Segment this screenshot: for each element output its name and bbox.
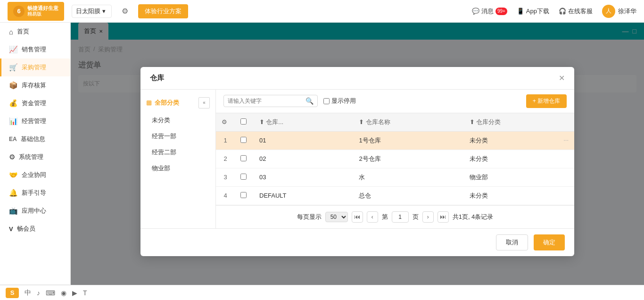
category-item-ops2[interactable]: 经营二部 — [140, 144, 215, 160]
user-menu[interactable]: 人 徐泽华 — [602, 5, 636, 18]
taskbar-text-icon[interactable]: T — [83, 289, 87, 297]
search-icon[interactable]: 🔍 — [305, 97, 314, 105]
app-name: 畅捷通好生意 — [27, 5, 58, 11]
page-unit: 页 — [413, 213, 419, 221]
app-download-button[interactable]: 📱 App下载 — [517, 7, 549, 16]
sidebar-item-inventory[interactable]: 📦 库存核算 — [0, 76, 70, 94]
show-disabled-checkbox[interactable]: 显示停用 — [323, 97, 356, 105]
first-page-button[interactable]: ⏮ — [352, 211, 363, 223]
taskbar-record-icon[interactable]: ◉ — [61, 289, 66, 297]
sidebar-label-guide: 新手引导 — [22, 189, 46, 197]
add-warehouse-button[interactable]: + 新增仓库 — [526, 94, 567, 108]
sidebar-label-home: 首页 — [17, 27, 29, 36]
message-button[interactable]: 💬 消息 99+ — [472, 7, 507, 16]
table-row[interactable]: 3 03 水 物业部 — [216, 168, 574, 186]
warehouse-panel: 🔍 显示停用 + 新增仓库 — [216, 90, 574, 228]
modal-title: 仓库 — [150, 74, 559, 83]
table-row[interactable]: 1 01 1号仓库 未分类 ··· — [216, 131, 574, 150]
sidebar-item-guide[interactable]: 🔔 新手引导 — [0, 184, 70, 202]
gear-icon: ⚙ — [222, 118, 227, 125]
next-page-button[interactable]: › — [422, 211, 434, 223]
row-code-3: 03 — [254, 168, 353, 186]
sidebar-label-inventory: 库存核算 — [22, 81, 46, 90]
sidebar-item-finance[interactable]: 💰 资金管理 — [0, 94, 70, 112]
company-name: 日太阳膜 — [76, 7, 100, 16]
category-panel: ⊞ 全部分类 « 未分类 经营一部 经营二部 — [140, 90, 216, 228]
warehouse-modal: 仓库 ✕ ⊞ 全部分类 « 未分类 — [140, 67, 574, 256]
row-checkbox-2[interactable] — [240, 155, 247, 161]
table-row[interactable]: 4 DEFAULT 总仓 未分类 — [216, 186, 574, 205]
guide-icon: 🔔 — [9, 189, 18, 197]
settings-icon[interactable]: ⚙ — [117, 4, 132, 19]
show-disabled-label: 显示停用 — [331, 97, 356, 105]
sidebar-item-basics[interactable]: EA 基础信息 — [0, 130, 70, 148]
purchase-icon: 🛒 — [9, 63, 18, 72]
sales-icon: 📈 — [9, 45, 18, 54]
main-content: 首页 ✕ — □ 首页 / 采购管理 进货单 按以下 — [71, 23, 644, 300]
category-collapse-btn[interactable]: « — [198, 97, 210, 108]
modal-overlay: 仓库 ✕ ⊞ 全部分类 « 未分类 — [71, 23, 644, 300]
taskbar-keyboard-icon[interactable]: ⌨ — [46, 289, 55, 297]
finance-icon: 💰 — [9, 99, 18, 108]
cancel-button[interactable]: 取消 — [496, 234, 528, 250]
warehouse-table: ⚙ ⬆ 仓库... — [216, 113, 574, 205]
sidebar-label-member: 畅会员 — [17, 225, 35, 233]
category-all[interactable]: ⊞ 全部分类 « — [140, 93, 215, 112]
sidebar-label-finance: 资金管理 — [22, 99, 46, 108]
online-service-button[interactable]: 🎧 在线客服 — [559, 7, 593, 16]
total-info: 共1页, 4条记录 — [453, 213, 494, 221]
sidebar-item-system[interactable]: ⚙ 系统管理 — [0, 148, 70, 166]
prev-page-button[interactable]: ‹ — [367, 211, 378, 223]
confirm-button[interactable]: 确定 — [534, 234, 565, 250]
sidebar-label-system: 系统管理 — [19, 153, 43, 161]
table-row[interactable]: 2 02 2号仓库 未分类 — [216, 150, 574, 168]
grid-icon: ⊞ — [146, 99, 152, 107]
row-checkbox-1[interactable] — [240, 137, 247, 143]
sidebar-item-home[interactable]: ⌂ 首页 — [0, 23, 70, 41]
sidebar-label-sales: 销售管理 — [22, 45, 46, 54]
sidebar-item-operations[interactable]: 📊 经营管理 — [0, 112, 70, 130]
row-name-1: 1号仓库 — [353, 131, 463, 150]
th-checkbox — [235, 113, 254, 132]
per-page-select[interactable]: 50 — [325, 212, 348, 222]
row-check-4 — [235, 186, 254, 205]
sidebar-item-sales[interactable]: 📈 销售管理 — [0, 41, 70, 58]
operations-icon: 📊 — [9, 117, 18, 125]
search-box: 🔍 — [223, 95, 318, 107]
taskbar: S 中 ♪ ⌨ ◉ ▶ T — [0, 285, 644, 300]
trial-button[interactable]: 体验行业方案 — [138, 4, 188, 18]
sidebar-item-member[interactable]: V 畅会员 — [0, 220, 70, 238]
row-category-4: 未分类 — [464, 186, 574, 205]
sidebar-label-purchase: 采购管理 — [22, 63, 46, 72]
search-input[interactable] — [228, 98, 305, 104]
company-selector[interactable]: 日太阳膜 ▾ — [72, 5, 112, 18]
sidebar-item-appcenter[interactable]: 📺 应用中心 — [0, 202, 70, 220]
row-category-3: 物业部 — [464, 168, 574, 186]
row-checkbox-4[interactable] — [240, 192, 247, 198]
select-all-checkbox[interactable] — [240, 118, 247, 125]
taskbar-play-icon[interactable]: ▶ — [72, 289, 77, 297]
modal-close-icon[interactable]: ✕ — [559, 74, 565, 83]
category-item-property[interactable]: 物业部 — [140, 160, 215, 176]
taskbar-zh-icon[interactable]: 中 — [25, 289, 31, 297]
online-service-label: 在线客服 — [568, 7, 593, 16]
per-page-label: 每页显示 — [297, 213, 322, 221]
table-body: 1 01 1号仓库 未分类 ··· — [216, 131, 574, 205]
taskbar-music-icon[interactable]: ♪ — [37, 289, 40, 297]
row-check-3 — [235, 168, 254, 186]
app-logo: 6 畅捷通好生意 精易版 — [8, 2, 64, 21]
app-sub: 精易版 — [27, 11, 58, 17]
sidebar-item-enterprise[interactable]: 🤝 企业协同 — [0, 166, 70, 184]
enterprise-icon: 🤝 — [9, 171, 18, 179]
row-checkbox-3[interactable] — [240, 174, 247, 180]
show-disabled-toggle[interactable] — [323, 98, 330, 104]
page-input[interactable] — [392, 211, 409, 223]
row-name-3: 水 — [353, 168, 463, 186]
sidebar-item-purchase[interactable]: 🛒 采购管理 — [0, 58, 70, 76]
category-item-unclassified[interactable]: 未分类 — [140, 112, 215, 128]
category-item-ops1[interactable]: 经营一部 — [140, 128, 215, 144]
modal-footer: 取消 确定 — [140, 228, 574, 256]
more-dots-1[interactable]: ··· — [563, 136, 569, 143]
last-page-button[interactable]: ⏭ — [438, 211, 449, 223]
row-check-2 — [235, 150, 254, 168]
